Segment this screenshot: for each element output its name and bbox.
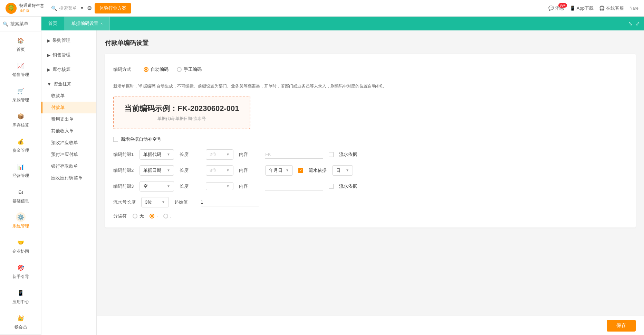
prefix3-length-select[interactable]: ▼	[206, 182, 233, 190]
sub-item-bank-deposit[interactable]: 银行存取款单	[41, 160, 96, 172]
group-finance-label: 资金往来	[54, 81, 71, 87]
prefix2-content-value: 年月日	[269, 167, 282, 174]
operations-icon: 📊	[16, 162, 26, 171]
prefix1-label: 编码前缀1	[113, 151, 134, 158]
encoding-type-label: 编码方式	[113, 66, 131, 73]
purchase-icon: 🛒	[16, 86, 26, 96]
separator-dash-option[interactable]: .	[163, 213, 172, 219]
prefix1-value: 单据代码	[143, 151, 161, 158]
separator-none-radio[interactable]	[133, 214, 137, 218]
auto-encoding-radio[interactable]	[144, 67, 148, 72]
tab-maximize-btn[interactable]: ⤢	[635, 20, 640, 27]
prefix2-length-select[interactable]: 8位 ▼	[206, 165, 233, 176]
sub-item-ap-adjust[interactable]: 应收应付调整单	[41, 172, 96, 184]
sidebar-base-label: 基础信息	[12, 198, 29, 204]
start-value-input[interactable]	[201, 198, 259, 206]
message-icon: 💬	[548, 6, 554, 11]
separator-dot-option[interactable]: ·	[150, 213, 158, 219]
search-menu-label: 搜索菜单	[59, 5, 77, 11]
group-inventory-arrow: ▶	[47, 67, 50, 72]
serial-length-select[interactable]: 3位 ▼	[141, 197, 169, 207]
sidebar-item-guide[interactable]: 🎯 新手引导	[0, 259, 41, 284]
sub-item-expense[interactable]: 费用支出单	[41, 113, 96, 125]
sidebar-item-apps[interactable]: 📱 应用中心	[0, 284, 41, 309]
separator-dash-radio[interactable]	[163, 214, 168, 218]
tab-setting-label: 单据编码设置	[71, 20, 98, 27]
search-area[interactable]: 🔍 搜索菜单	[51, 5, 77, 11]
prefix2-serial-unit-select[interactable]: 日 ▼	[332, 165, 353, 176]
prefix2-select[interactable]: 单据日期 ▼	[140, 165, 174, 176]
sidebar-item-base[interactable]: 🗂 基础信息	[0, 183, 41, 208]
prefix3-content-input[interactable]	[265, 182, 323, 190]
prefix1-length-select[interactable]: 2位 ▼	[206, 149, 233, 160]
online-service-btn[interactable]: 🎧 在线客服	[599, 5, 624, 11]
prefix2-label: 编码前缀2	[113, 167, 134, 174]
prefix2-content-select[interactable]: 年月日 ▼	[265, 165, 293, 176]
tab-close-btn[interactable]: ×	[100, 21, 103, 26]
sidebar-sales-label: 销售管理	[12, 72, 29, 78]
manual-encoding-option[interactable]: 手工编码	[177, 66, 202, 73]
auto-encoding-label: 自动编码	[151, 66, 169, 73]
auto-fill-checkbox[interactable]	[113, 137, 118, 142]
sub-item-prepay-payment[interactable]: 预付冲应付单	[41, 149, 96, 160]
sub-item-ap-adjust-label: 应收应付调整单	[51, 175, 83, 180]
sidebar-item-inventory[interactable]: 📦 库存核算	[0, 107, 41, 132]
home-icon: 🏠	[16, 36, 26, 45]
app-download-btn[interactable]: 📱 App下载	[570, 5, 594, 11]
service-icon: 🎧	[599, 6, 605, 11]
separator-dot-radio[interactable]	[150, 214, 154, 218]
sidebar-item-purchase[interactable]: 🛒 采购管理	[0, 82, 41, 107]
sales-icon: 📈	[16, 61, 26, 71]
sidebar-search[interactable]: 🔍 搜索菜单	[0, 17, 41, 31]
sidebar-member-label: 畅会员	[15, 324, 27, 330]
prefix3-select[interactable]: 空 ▼	[140, 181, 174, 192]
separator-label: 分隔符	[113, 213, 127, 219]
member-icon: 👑	[16, 313, 26, 323]
group-inventory-title[interactable]: ▶ 库存核算	[41, 64, 96, 75]
separator-dash-label: .	[170, 213, 172, 218]
sub-item-other-income[interactable]: 其他收入单	[41, 125, 96, 137]
prefix1-serial-check[interactable]	[329, 152, 334, 157]
topbar-btn-group: ▼ ⚙ 体验行业方案	[80, 3, 131, 13]
prefix2-serial-check[interactable]: ✓	[298, 168, 303, 173]
sidebar-item-home[interactable]: 🏠 首页	[0, 31, 41, 57]
tab-restore-btn[interactable]: ⤡	[628, 20, 633, 27]
sidebar: 🔍 搜索菜单 🏠 首页 📈 销售管理 🛒 采购管理 📦 库存核算 💰 资金管理 …	[0, 17, 41, 335]
sub-item-bank-deposit-label: 银行存取款单	[51, 164, 78, 169]
prefix3-content-label: 内容	[239, 183, 260, 189]
page-content: 付款单编码设置 编码方式 自动编码 手工编码	[97, 30, 644, 316]
sub-item-receipt[interactable]: 收款单	[41, 90, 96, 102]
logo: 🍀 畅通道好生意 插件版	[6, 3, 47, 14]
topbar-dropdown[interactable]: ▼	[80, 6, 84, 11]
prefix2-length-chevron: ▼	[226, 168, 230, 172]
prefix1-content-input[interactable]	[265, 150, 323, 159]
separator-none-option[interactable]: 无	[133, 213, 144, 219]
sidebar-finance-label: 资金管理	[12, 148, 29, 153]
message-btn[interactable]: 💬 消息 99+	[548, 5, 564, 11]
sidebar-item-enterprise[interactable]: 🤝 企业协同	[0, 233, 41, 259]
sidebar-item-system[interactable]: ⚙️ 系统管理	[0, 208, 41, 233]
tab-home[interactable]: 首页	[41, 17, 65, 30]
auto-encoding-option[interactable]: 自动编码	[144, 66, 169, 73]
sidebar-item-member[interactable]: 👑 畅会员	[0, 309, 41, 334]
topbar-center: 🔍 搜索菜单 ▼ ⚙ 体验行业方案	[51, 3, 544, 13]
sub-item-payment[interactable]: 付款单	[41, 102, 96, 113]
user-name[interactable]: Nare	[629, 6, 638, 11]
save-button[interactable]: 保存	[607, 320, 636, 332]
auto-fill-row: 新增单据自动补空号	[113, 136, 627, 142]
sidebar-item-operations[interactable]: 📊 经营管理	[0, 158, 41, 183]
group-purchase-title[interactable]: ▶ 采购管理	[41, 35, 96, 46]
sidebar-item-finance[interactable]: 💰 资金管理	[0, 132, 41, 158]
prefix2-serial-unit-value: 日	[336, 167, 340, 174]
prefix2-value: 单据日期	[143, 167, 161, 174]
sidebar-item-sales[interactable]: 📈 销售管理	[0, 57, 41, 82]
manual-encoding-radio[interactable]	[177, 67, 182, 72]
topbar-settings-icon[interactable]: ⚙	[87, 5, 92, 11]
tab-setting[interactable]: 单据编码设置 ×	[65, 17, 110, 30]
group-sales-title[interactable]: ▶ 销售管理	[41, 49, 96, 61]
prefix3-serial-check[interactable]	[329, 184, 334, 189]
sub-item-prepay-receivable[interactable]: 预收冲应收单	[41, 137, 96, 149]
industry-btn[interactable]: 体验行业方案	[95, 3, 131, 13]
prefix1-select[interactable]: 单据代码 ▼	[140, 149, 174, 160]
group-finance-title[interactable]: ▼ 资金往来	[41, 78, 96, 90]
